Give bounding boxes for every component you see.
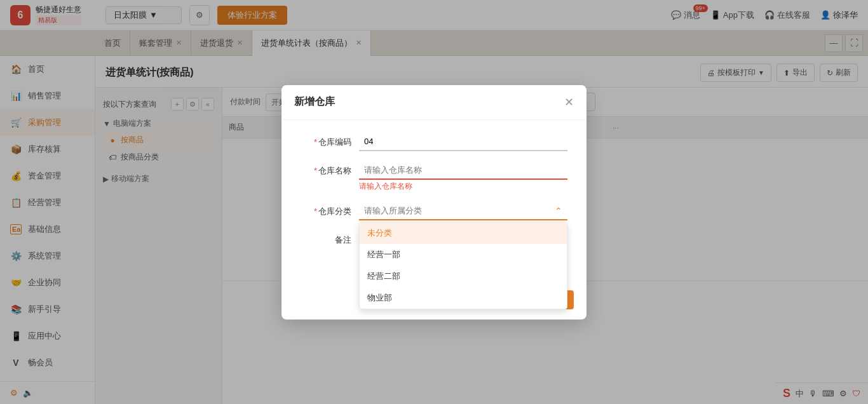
code-label: 仓库编码	[301, 133, 351, 148]
name-field: 请输入仓库名称	[359, 161, 567, 192]
category-input[interactable]	[359, 202, 567, 220]
dropdown-item-dept1[interactable]: 经营一部	[360, 244, 567, 266]
dropdown-item-unclassified[interactable]: 未分类	[360, 222, 567, 244]
code-field	[359, 133, 567, 151]
modal-overlay: 新增仓库 ✕ 仓库编码 仓库名称 请输入仓库名称 仓库分类	[0, 0, 868, 404]
name-input[interactable]	[359, 161, 567, 180]
dialog-header: 新增仓库 ✕	[281, 85, 587, 120]
category-field: ⌃ 未分类 经营一部 经营二部 物业部	[359, 202, 567, 220]
category-dropdown-menu: 未分类 经营一部 经营二部 物业部	[359, 222, 567, 309]
name-label: 仓库名称	[301, 161, 351, 177]
form-row-name: 仓库名称 请输入仓库名称	[301, 161, 567, 192]
chevron-up-icon[interactable]: ⌃	[555, 206, 562, 216]
code-input[interactable]	[359, 133, 567, 151]
form-row-code: 仓库编码	[301, 133, 567, 151]
dialog-body: 仓库编码 仓库名称 请输入仓库名称 仓库分类 ⌃	[281, 120, 587, 283]
remark-label: 备注	[301, 231, 351, 246]
category-label: 仓库分类	[301, 202, 351, 217]
name-error-msg: 请输入仓库名称	[359, 181, 567, 192]
new-warehouse-dialog: 新增仓库 ✕ 仓库编码 仓库名称 请输入仓库名称 仓库分类	[281, 85, 587, 320]
form-row-category: 仓库分类 ⌃ 未分类 经营一部 经营二部 物业部	[301, 202, 567, 220]
dialog-title: 新增仓库	[294, 95, 335, 109]
close-dialog-icon[interactable]: ✕	[564, 95, 574, 109]
dropdown-item-dept3[interactable]: 物业部	[360, 287, 567, 309]
dropdown-item-dept2[interactable]: 经营二部	[360, 266, 567, 287]
